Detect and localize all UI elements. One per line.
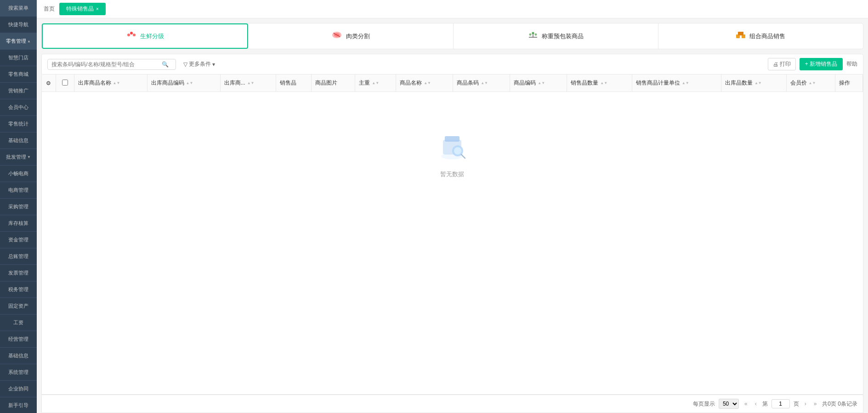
- tab-meat-cut[interactable]: 肉类分割: [248, 23, 453, 49]
- svg-point-7: [534, 34, 537, 36]
- col-out-code: 出库商品编码 ▲▼: [147, 75, 220, 92]
- page-suffix: 页: [794, 400, 799, 408]
- sort-icon[interactable]: ▲▼: [481, 81, 488, 85]
- print-button[interactable]: 🖨 打印: [768, 58, 796, 70]
- sort-icon[interactable]: ▲▼: [755, 81, 762, 85]
- col-main-weight: 主重 ▲▼: [355, 75, 396, 92]
- search-icon: 🔍: [162, 61, 169, 68]
- fresh-grade-icon: [126, 31, 136, 41]
- products-table: ⚙ 出库商品名称 ▲▼ 出库: [42, 75, 863, 215]
- toolbar-right: 🖨 打印 + 新增销售品 帮助: [768, 58, 857, 70]
- sort-icon[interactable]: ▲▼: [113, 81, 120, 85]
- toolbar-left: 🔍 ▽ 更多条件 ▾: [47, 58, 219, 70]
- sidebar-item-ecom-mgmt[interactable]: 电商管理: [0, 182, 37, 199]
- filter-icon: ▽: [183, 61, 187, 68]
- col-sale-qty: 销售品数量 ▲▼: [567, 75, 632, 92]
- select-all-checkbox[interactable]: [62, 80, 68, 86]
- sidebar-item-enterprise[interactable]: 企业协同: [0, 381, 37, 397]
- add-product-button[interactable]: + 新增销售品: [800, 58, 843, 70]
- sidebar-item-quick-nav[interactable]: 快捷导航: [0, 17, 37, 33]
- search-box[interactable]: 🔍: [47, 59, 176, 70]
- help-button[interactable]: 帮助: [846, 60, 857, 68]
- sidebar-item-purchase-mgmt[interactable]: 采购管理: [0, 199, 37, 215]
- sidebar-item-member-center[interactable]: 会员中心: [0, 99, 37, 116]
- sidebar-item-retail-stats[interactable]: 零售统计: [0, 116, 37, 132]
- svg-rect-15: [445, 136, 460, 142]
- page-label: 第: [762, 400, 768, 408]
- sort-icon[interactable]: ▲▼: [809, 81, 816, 85]
- sort-icon[interactable]: ▲▼: [247, 81, 255, 85]
- print-icon: 🖨: [773, 61, 778, 68]
- tab-combo[interactable]: 组合商品销售: [658, 23, 863, 49]
- sort-icon[interactable]: ▲▼: [682, 81, 689, 85]
- svg-point-6: [532, 32, 534, 34]
- table-container: ⚙ 出库商品名称 ▲▼ 出库: [41, 75, 863, 395]
- last-page-button[interactable]: »: [812, 400, 819, 408]
- col-settings[interactable]: ⚙: [42, 75, 56, 92]
- next-page-button[interactable]: ›: [803, 400, 808, 408]
- sidebar-item-hr[interactable]: 工资: [0, 315, 37, 331]
- svg-point-1: [130, 32, 133, 34]
- sidebar-search[interactable]: 搜索菜单: [0, 0, 37, 17]
- svg-point-2: [133, 34, 136, 36]
- sidebar-item-ops-mgmt[interactable]: 经营管理: [0, 331, 37, 348]
- sidebar-item-wholesale-mgmt[interactable]: 批发管理 ▼: [0, 149, 37, 166]
- sidebar-item-general-ledger[interactable]: 总账管理: [0, 248, 37, 265]
- empty-icon: [434, 129, 471, 166]
- filter-button[interactable]: ▽ 更多条件 ▾: [180, 58, 219, 70]
- sort-icon[interactable]: ▲▼: [372, 81, 379, 85]
- sidebar-item-retail-mall[interactable]: 零售商城: [0, 66, 37, 83]
- col-goods-code: 商品编码 ▲▼: [510, 75, 567, 92]
- sidebar-item-new-guide[interactable]: 新手引导: [0, 397, 37, 413]
- col-sale-goods: 销售品: [276, 75, 311, 92]
- first-page-button[interactable]: «: [743, 400, 749, 408]
- meat-cut-icon: [331, 31, 342, 41]
- page-input[interactable]: [772, 399, 790, 408]
- sidebar-item-retail-mgmt[interactable]: 零售管理 ▲: [0, 33, 37, 50]
- sort-icon[interactable]: ▲▼: [186, 81, 193, 85]
- sidebar-item-capital-mgmt[interactable]: 资金管理: [0, 232, 37, 248]
- prev-page-button[interactable]: ‹: [753, 400, 759, 408]
- col-out-spec: 出库商... ▲▼: [220, 75, 276, 92]
- chevron-down-icon: ▼: [27, 155, 31, 159]
- col-checkbox[interactable]: [56, 75, 74, 92]
- per-page-select[interactable]: 50: [719, 399, 739, 409]
- col-out-name: 出库商品名称 ▲▼: [74, 75, 147, 92]
- sidebar-item-sys-mgmt[interactable]: 系统管理: [0, 364, 37, 381]
- close-tab-button[interactable]: ×: [96, 6, 99, 11]
- sidebar-item-inventory[interactable]: 库存核算: [0, 215, 37, 232]
- col-member-price: 会员价 ▲▼: [786, 75, 835, 92]
- tab-fresh-grade[interactable]: 生鲜分级: [42, 23, 248, 49]
- main-content: 首页 特殊销售品 × 生鲜分级: [37, 0, 868, 413]
- search-input[interactable]: [51, 61, 162, 68]
- svg-point-5: [529, 34, 531, 36]
- sort-icon[interactable]: ▲▼: [424, 81, 431, 85]
- weigh-pack-icon: [528, 31, 538, 41]
- page-area: 生鲜分级 肉类分割: [37, 18, 868, 413]
- sidebar-item-smart-store[interactable]: 智慧门店: [0, 50, 37, 66]
- col-goods-img: 商品图片: [312, 75, 355, 92]
- tab-weigh-pack-label: 称重预包装商品: [542, 32, 584, 40]
- sidebar-item-basic-info[interactable]: 基础信息: [0, 132, 37, 149]
- sidebar-item-mini-ecom[interactable]: 小畅电商: [0, 166, 37, 182]
- col-goods-name: 商品名称 ▲▼: [396, 75, 453, 92]
- svg-point-17: [454, 147, 461, 155]
- active-tab[interactable]: 特殊销售品 ×: [59, 3, 106, 15]
- chevron-down-icon: ▲: [27, 39, 31, 43]
- svg-rect-12: [738, 32, 743, 35]
- sort-icon[interactable]: ▲▼: [538, 81, 545, 85]
- sidebar-item-marketing[interactable]: 营销推广: [0, 83, 37, 99]
- sidebar-item-basic-info2[interactable]: 基础信息: [0, 348, 37, 364]
- total-label: 共0页 0条记录: [822, 400, 857, 408]
- sidebar-item-tax-mgmt[interactable]: 税务管理: [0, 281, 37, 298]
- empty-text: 暂无数据: [440, 170, 464, 178]
- home-link[interactable]: 首页: [44, 5, 55, 13]
- sidebar-item-invoice-mgmt[interactable]: 发票管理: [0, 265, 37, 281]
- sidebar: 搜索菜单 快捷导航 零售管理 ▲ 智慧门店 零售商城 营销推广 会员中心 零售统…: [0, 0, 37, 413]
- tab-weigh-pack[interactable]: 称重预包装商品: [454, 23, 658, 49]
- sort-icon[interactable]: ▲▼: [600, 81, 607, 85]
- col-out-qty: 出库品数量 ▲▼: [721, 75, 786, 92]
- sidebar-item-fixed-assets[interactable]: 固定资产: [0, 298, 37, 315]
- tab-combo-label: 组合商品销售: [749, 32, 785, 40]
- tab-meat-cut-label: 肉类分割: [346, 32, 370, 40]
